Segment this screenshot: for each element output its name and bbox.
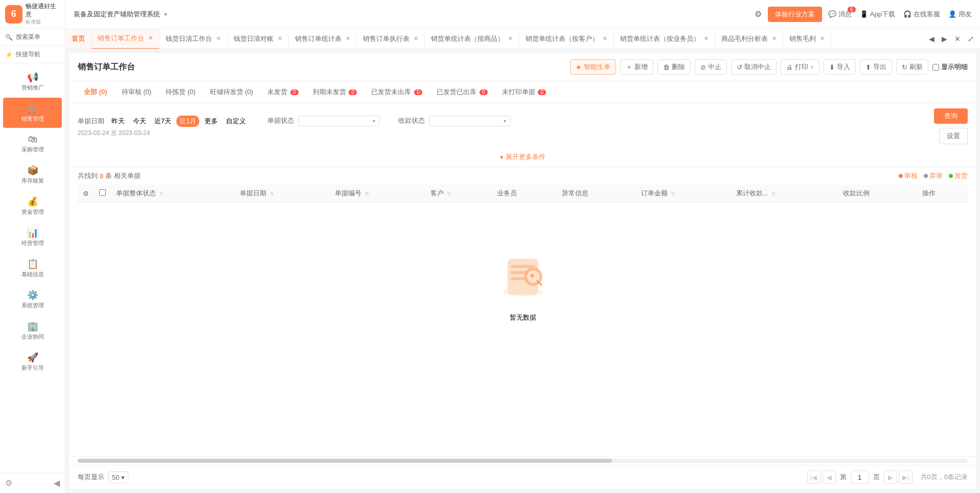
ai-button-label: 智能生单 <box>584 62 610 72</box>
topbar-settings-icon[interactable]: ⚙ <box>755 9 762 19</box>
online-service-action[interactable]: 🎧 在线客服 <box>903 10 940 19</box>
collapse-icon[interactable]: ◀ <box>54 478 60 488</box>
col-received[interactable]: 累计收款... ⇅ <box>731 185 838 203</box>
delete-button[interactable]: 🗑 删除 <box>657 59 691 75</box>
tab-sales-exec-close[interactable]: ✕ <box>414 35 418 42</box>
tab-cash-daily-close[interactable]: ✕ <box>216 35 221 42</box>
sidebar-item-finance[interactable]: 💰 资金管理 <box>3 191 62 221</box>
cancel-action[interactable]: 弃审 <box>924 171 943 181</box>
tab-home[interactable]: 首页 <box>65 29 92 49</box>
subtab-pending-review[interactable]: 待审核 (0) <box>116 85 158 99</box>
page-size-select[interactable]: 50 ▾ <box>108 472 128 483</box>
page-last-btn[interactable]: ▶| <box>899 470 913 484</box>
tab-sales-more-close[interactable]: ✕ <box>820 35 825 42</box>
expand-conditions-btn[interactable]: ▾ 展开更多条件 <box>500 152 545 162</box>
tab-sales-by-customer[interactable]: 销货单统计表（按客户） ✕ <box>519 29 614 49</box>
settings-bottom-icon[interactable]: ⚙ <box>5 478 12 488</box>
tab-sales-by-product-close[interactable]: ✕ <box>508 35 513 42</box>
date-btn-yesterday[interactable]: 昨天 <box>108 116 128 127</box>
select-all-checkbox[interactable] <box>99 189 106 196</box>
date-btn-more[interactable]: 更多 <box>201 116 221 127</box>
inventory-icon: 📦 <box>27 165 38 176</box>
date-btn-1month[interactable]: 近1月 <box>176 116 199 127</box>
refresh-button[interactable]: ↻ 刷新 <box>896 59 928 75</box>
page-next-btn[interactable]: ▶ <box>884 470 897 484</box>
messages-action[interactable]: 💬 消息 6 <box>828 10 852 19</box>
search-menu[interactable]: 🔍 搜索菜单 <box>0 29 65 46</box>
tab-sales-more[interactable]: 销售毛利 ✕ <box>783 29 831 49</box>
tab-gross-profit[interactable]: 商品毛利分析表 ✕ <box>715 29 783 49</box>
col-date[interactable]: 单据日期 ⇅ <box>235 185 330 203</box>
solution-button[interactable]: 体验行业方案 <box>768 7 822 22</box>
tab-sales-by-staff-close[interactable]: ✕ <box>704 35 709 42</box>
sidebar-item-basic[interactable]: 📋 基础信息 <box>3 253 62 283</box>
subtab-shipped-out[interactable]: 已发货已出库 0 <box>430 85 494 99</box>
user-action[interactable]: 👤 用友 <box>948 10 972 19</box>
import-button[interactable]: ⬇ 导入 <box>824 59 856 75</box>
sidebar-item-system[interactable]: ⚙️ 系统管理 <box>3 284 62 315</box>
date-btn-7days[interactable]: 近7天 <box>151 116 174 127</box>
sidebar-item-marketing[interactable]: 📢 营销推广 <box>3 66 62 97</box>
col-settings[interactable]: ⚙ <box>78 185 94 203</box>
quick-nav[interactable]: ⚡ 快捷导航 <box>0 46 65 63</box>
cancel-stop-button[interactable]: ↺ 取消中止 <box>731 59 777 75</box>
horizontal-scrollbar[interactable] <box>78 459 612 463</box>
tabbar-next[interactable]: ▶ <box>940 34 949 44</box>
show-detail-checkbox[interactable] <box>932 64 939 71</box>
subtab-all[interactable]: 全部 (0) <box>78 85 113 99</box>
tabbar-prev[interactable]: ◀ <box>927 34 937 44</box>
payment-filter-select[interactable]: ▾ <box>429 116 511 126</box>
tab-sales-workbench-close[interactable]: ✕ <box>148 35 153 41</box>
col-customer[interactable]: 客户 ⇅ <box>425 185 492 203</box>
subtab-not-printed[interactable]: 未打印单据 0 <box>496 85 553 99</box>
page-first-btn[interactable]: |◀ <box>807 470 821 484</box>
tab-sales-exec[interactable]: 销售订单执行表 ✕ <box>357 29 425 49</box>
print-button[interactable]: 🖨 打印 ▾ <box>781 59 819 75</box>
sidebar-item-guide[interactable]: 🚀 新手引导 <box>3 347 62 377</box>
subtab-pending-review-label: 待审核 <box>122 88 142 96</box>
review-action[interactable]: 审核 <box>899 171 918 181</box>
sidebar-item-inventory[interactable]: 📦 库存核算 <box>3 160 62 190</box>
status-filter-select[interactable]: ▾ <box>298 116 380 126</box>
ai-button[interactable]: ★ 智能生单 <box>570 59 616 75</box>
review-label: 审核 <box>904 171 918 181</box>
subtab-pending-inspect[interactable]: 待拣货 (0) <box>159 85 202 99</box>
tab-cash-daily[interactable]: 钱货日清工作台 ✕ <box>159 29 227 49</box>
col-amount[interactable]: 订单金额 ⇅ <box>636 185 731 203</box>
add-button[interactable]: ＋ 新增 <box>620 59 653 75</box>
tab-sales-workbench[interactable]: 销售订单工作台 ✕ <box>92 29 159 49</box>
col-number[interactable]: 单据编号 ⇅ <box>330 185 425 203</box>
sidebar-item-purchase[interactable]: 🛍 采购管理 <box>3 129 62 159</box>
tabbar-maximize[interactable]: ⤢ <box>966 34 976 44</box>
page-prev-btn[interactable]: ◀ <box>823 470 836 484</box>
date-btn-custom[interactable]: 自定义 <box>223 116 249 127</box>
tab-sales-by-staff[interactable]: 销货单统计表（按业务员） ✕ <box>614 29 715 49</box>
sidebar-item-corp[interactable]: 🏢 企业协同 <box>3 316 62 346</box>
subtab-wangpu[interactable]: 旺铺待发货 (0) <box>204 85 260 99</box>
subtab-not-shipped[interactable]: 未发货 0 <box>261 85 305 99</box>
set-button[interactable]: 设置 <box>939 128 968 144</box>
tab-sales-by-staff-label: 销货单统计表（按业务员） <box>620 34 700 43</box>
tab-sales-stat[interactable]: 销售订单统计表 ✕ <box>289 29 357 49</box>
app-download-action[interactable]: 📱 App下载 <box>860 10 895 19</box>
sidebar-item-operations[interactable]: 📊 经营管理 <box>3 222 62 252</box>
stop-button[interactable]: ⊘ 中止 <box>695 59 727 75</box>
col-status[interactable]: 单据整体状态 ⇅ <box>111 185 235 203</box>
tab-sales-by-customer-close[interactable]: ✕ <box>603 35 607 42</box>
tab-sales-by-product[interactable]: 销货单统计表（按商品） ✕ <box>425 29 519 49</box>
sidebar-item-sales[interactable]: 🛒 销售管理 <box>3 98 62 128</box>
export-button[interactable]: ⬆ 导出 <box>860 59 892 75</box>
page-number-input[interactable] <box>851 470 869 484</box>
tab-gross-profit-close[interactable]: ✕ <box>772 35 777 42</box>
col-checkbox[interactable] <box>94 185 111 203</box>
tabbar-close-all[interactable]: ✕ <box>952 34 963 44</box>
send-action[interactable]: 发货 <box>949 171 968 181</box>
subtab-overdue[interactable]: 到期未发货 0 <box>307 85 363 99</box>
tab-sales-stat-close[interactable]: ✕ <box>346 35 350 42</box>
subtab-shipped-not-out[interactable]: 已发货未出库 0 <box>365 85 428 99</box>
date-btn-today[interactable]: 今天 <box>130 116 149 127</box>
query-button[interactable]: 查询 <box>934 108 968 124</box>
tab-cash-reconcile-close[interactable]: ✕ <box>278 35 282 42</box>
show-detail-toggle[interactable]: 显示明细 <box>932 62 968 72</box>
tab-cash-reconcile[interactable]: 钱货日清对账 ✕ <box>227 29 289 49</box>
